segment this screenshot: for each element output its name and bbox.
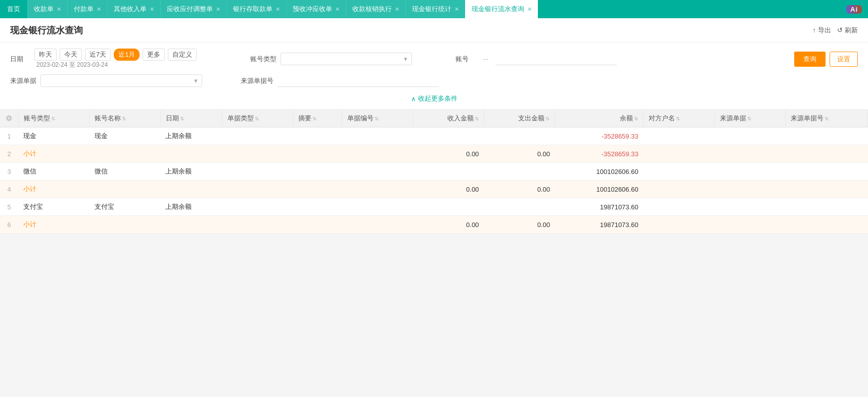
source-doc-select[interactable]: ▾ [40,74,202,87]
col-income: 收入金额⇅ [413,110,484,127]
filter-row-1: 日期 昨天今天近7天近1月更多自定义 2023-02-24 至 2023-03-… [10,49,858,69]
col-sort-account_type[interactable]: 账号类型⇅ [24,114,55,122]
col-summary: 摘要⇅ [293,110,342,127]
source-doc-filter-block: 来源单据 ▾ [10,74,202,87]
date-option-近1月[interactable]: 近1月 [114,49,140,61]
cell-expense [484,127,555,145]
tab-close-icon[interactable]: ✕ [335,6,340,13]
nav-tab-现金银行统计[interactable]: 现金银行统计✕ [405,0,465,18]
col-sort-doc_type[interactable]: 单据类型⇅ [227,114,259,122]
nav-home[interactable]: 首页 [0,0,27,18]
nav-tab-收款单[interactable]: 收款单✕ [27,0,67,18]
account-dots[interactable]: ··· [483,55,488,63]
cell-source_doc_no [786,163,868,181]
col-sort-balance[interactable]: 余额⇅ [620,114,638,122]
cell-counterparty [644,127,715,145]
cell-counterparty [644,163,715,181]
cell-summary [293,216,342,234]
nav-tab-付款单[interactable]: 付款单✕ [67,0,107,18]
refresh-button[interactable]: ↺ 刷新 [837,26,858,35]
cell-counterparty [644,216,715,234]
cell-counterparty [644,145,715,163]
cell-income: 0.00 [413,216,484,234]
table-row: 1现金现金上期余额-3528659.33 [0,127,868,145]
query-button[interactable]: 查询 [794,52,826,67]
cell-expense: 0.00 [484,145,555,163]
account-type-filter-block: 账号类型 ▾ [250,53,412,65]
tab-close-icon[interactable]: ✕ [57,6,61,13]
nav-tab-银行存取款单[interactable]: 银行存取款单✕ [226,0,286,18]
cell-balance: 100102606.60 [555,163,644,181]
nav-tab-预收冲应收单[interactable]: 预收冲应收单✕ [286,0,346,18]
nav-tab-应收应付调整单[interactable]: 应收应付调整单✕ [160,0,226,18]
account-type-select[interactable]: ▾ [281,53,412,65]
table-body: 1现金现金上期余额-3528659.332小计0.000.00-3528659.… [0,127,868,234]
col-sort-date[interactable]: 日期⇅ [166,114,184,122]
row-num: 3 [0,163,18,181]
table-row: 3微信微信上期余额100102606.60 [0,163,868,181]
date-option-自定义[interactable]: 自定义 [168,49,197,61]
col-source_doc: 来源单据⇅ [714,110,786,127]
date-option-今天[interactable]: 今天 [60,49,82,61]
collapse-up-icon: ∧ [411,95,416,103]
cell-doc_type [222,198,293,216]
refresh-label: 刷新 [845,26,858,35]
nav-tab-收款核销执行[interactable]: 收款核销执行✕ [346,0,405,18]
col-sort-account_name[interactable]: 账号名称⇅ [95,114,126,122]
tab-close-icon[interactable]: ✕ [454,6,459,13]
date-options-col: 昨天今天近7天近1月更多自定义 2023-02-24 至 2023-03-24 [34,49,197,69]
date-option-近7天[interactable]: 近7天 [85,49,111,61]
col-sort-summary[interactable]: 摘要⇅ [298,114,316,122]
cell-account_type: 支付宝 [18,198,89,216]
cell-doc_no [342,127,413,145]
cell-income: 0.00 [413,181,484,198]
col-sort-expense[interactable]: 支出金额⇅ [518,114,550,122]
col-account_type: 账号类型⇅ [18,110,89,127]
col-sort-source_doc[interactable]: 来源单据⇅ [720,114,751,122]
col-sort-counterparty[interactable]: 对方户名⇅ [649,114,680,122]
tab-label: 其他收入单 [114,5,147,14]
export-button[interactable]: ↑ 导出 [813,26,832,35]
tab-label: 付款单 [74,5,94,14]
settings-button[interactable]: 设置 [830,52,858,67]
tab-close-icon[interactable]: ✕ [276,6,280,13]
cell-account_name: 微信 [89,163,161,181]
tab-close-icon[interactable]: ✕ [527,6,532,13]
tab-label: 现金银行统计 [412,5,451,14]
cell-account_name [89,145,161,163]
row-num: 5 [0,198,18,216]
account-input[interactable] [495,53,617,65]
col-sort-doc_no[interactable]: 单据编号⇅ [347,114,379,122]
date-option-更多[interactable]: 更多 [143,49,165,61]
account-filter-block: 账号 ··· [455,53,617,65]
col-sort-income[interactable]: 收入金额⇅ [447,114,479,122]
cell-account_type: 微信 [18,163,89,181]
cell-source_doc [714,145,786,163]
data-table: ⚙ 账号类型⇅账号名称⇅日期⇅单据类型⇅摘要⇅单据编号⇅收入金额⇅支出金额⇅余额… [0,110,868,234]
cell-account_type: 小计 [18,181,89,198]
column-settings-icon[interactable]: ⚙ [6,114,12,122]
tab-label: 应收应付调整单 [167,5,213,14]
nav-tab-其他收入单[interactable]: 其他收入单✕ [107,0,160,18]
tab-close-icon[interactable]: ✕ [150,6,154,13]
source-doc-no-input[interactable] [278,75,439,87]
tab-close-icon[interactable]: ✕ [216,6,220,13]
date-option-昨天[interactable]: 昨天 [34,49,57,61]
col-sort-source_doc_no[interactable]: 来源单据号⇅ [791,114,829,122]
table-row: 5支付宝支付宝上期余额19871073.60 [0,198,868,216]
tab-close-icon[interactable]: ✕ [395,6,399,13]
tab-close-icon[interactable]: ✕ [97,6,101,13]
tab-label: 预收冲应收单 [293,5,332,14]
col-date: 日期⇅ [160,110,222,127]
collapse-bar[interactable]: ∧ 收起更多条件 [10,92,858,103]
cell-date: 上期余额 [160,127,222,145]
source-doc-no-label: 来源单据号 [241,76,273,85]
row-num: 6 [0,216,18,234]
cell-doc_type [222,163,293,181]
cell-account_name: 现金 [89,127,161,145]
cell-account_name [89,216,161,234]
date-options-row: 昨天今天近7天近1月更多自定义 [34,49,197,61]
cell-account_type: 小计 [18,145,89,163]
nav-tab-现金银行流水查询[interactable]: 现金银行流水查询✕ [465,0,538,18]
tab-label: 收款单 [34,5,54,14]
